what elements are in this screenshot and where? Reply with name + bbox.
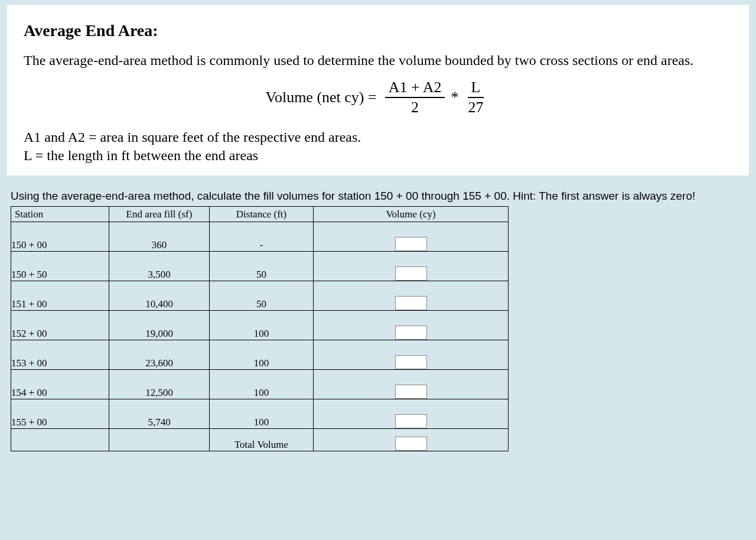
question-instruction: Using the average-end-area method, calcu… — [11, 190, 749, 203]
table-row: 154 + 00 12,500 100 — [11, 370, 509, 399]
cell-volume — [314, 252, 509, 281]
cell-station: 155 + 00 — [11, 399, 109, 429]
formula-fraction-1: A1 + A2 2 — [385, 79, 445, 115]
frac2-numerator: L — [468, 79, 484, 97]
table-row: 151 + 00 10,400 50 — [11, 281, 509, 311]
table-row: 150 + 00 360 - — [11, 222, 509, 252]
page-container: Average End Area: The average-end-area m… — [0, 0, 756, 458]
cell-station: 151 + 00 — [11, 281, 109, 311]
table-header-row: Station End area fill (sf) Distance (ft)… — [11, 207, 509, 222]
formula: Volume (net cy) = A1 + A2 2 * L 27 — [24, 79, 732, 115]
header-area: End area fill (sf) — [109, 207, 210, 222]
cell-station: 150 + 00 — [11, 222, 109, 252]
intro-text: The average-end-area method is commonly … — [24, 51, 732, 70]
formula-multiply: * — [451, 89, 458, 106]
cell-station: 153 + 00 — [11, 340, 109, 370]
cell-area: 3,500 — [109, 252, 210, 281]
cell-area: 5,740 — [109, 399, 210, 429]
cell-distance: 100 — [210, 340, 314, 370]
volume-input[interactable] — [395, 266, 427, 281]
table-row: 155 + 00 5,740 100 — [11, 399, 509, 429]
cell-empty — [11, 429, 109, 451]
header-distance: Distance (ft) — [210, 207, 314, 222]
definitions: A1 and A2 = area in square feet of the r… — [24, 128, 732, 165]
cell-volume — [314, 370, 509, 399]
volume-input[interactable] — [395, 326, 427, 340]
cell-distance: 100 — [210, 399, 314, 429]
cell-distance: 50 — [210, 252, 314, 281]
volume-input[interactable] — [395, 296, 427, 310]
volume-input[interactable] — [395, 414, 427, 428]
cell-area: 10,400 — [109, 281, 210, 311]
card-heading: Average End Area: — [24, 21, 732, 40]
cell-area: 12,500 — [109, 370, 210, 399]
volume-input[interactable] — [395, 237, 427, 251]
cell-volume — [314, 281, 509, 311]
cell-area: 19,000 — [109, 311, 210, 340]
header-volume: Volume (cy) — [314, 207, 509, 222]
cell-volume — [314, 222, 509, 252]
volume-input[interactable] — [395, 355, 427, 369]
table-row: 150 + 50 3,500 50 — [11, 252, 509, 281]
definition-a1a2: A1 and A2 = area in square feet of the r… — [24, 128, 732, 147]
total-volume-label: Total Volume — [210, 429, 314, 451]
table-row: 153 + 00 23,600 100 — [11, 340, 509, 370]
cell-station: 154 + 00 — [11, 370, 109, 399]
formula-lhs: Volume (net cy) = — [266, 89, 377, 106]
cell-distance: 50 — [210, 281, 314, 311]
volume-table: Station End area fill (sf) Distance (ft)… — [11, 206, 509, 451]
cell-area: 360 — [109, 222, 210, 252]
cell-station: 152 + 00 — [11, 311, 109, 340]
explanation-card: Average End Area: The average-end-area m… — [7, 5, 749, 175]
cell-distance: 100 — [210, 370, 314, 399]
total-volume-input[interactable] — [395, 437, 427, 451]
header-station: Station — [11, 207, 109, 222]
formula-fraction-2: L 27 — [464, 79, 487, 115]
frac1-denominator: 2 — [408, 98, 422, 115]
cell-total-volume — [314, 429, 509, 451]
table-total-row: Total Volume — [11, 429, 509, 451]
cell-volume — [314, 399, 509, 429]
volume-input[interactable] — [395, 385, 427, 399]
cell-volume — [314, 311, 509, 340]
cell-station: 150 + 50 — [11, 252, 109, 281]
cell-area: 23,600 — [109, 340, 210, 370]
cell-volume — [314, 340, 509, 370]
table-row: 152 + 00 19,000 100 — [11, 311, 509, 340]
frac1-numerator: A1 + A2 — [385, 79, 445, 97]
cell-distance: - — [210, 222, 314, 252]
definition-l: L = the length in ft between the end are… — [24, 147, 732, 165]
cell-empty — [109, 429, 210, 451]
frac2-denominator: 27 — [464, 98, 487, 115]
cell-distance: 100 — [210, 311, 314, 340]
